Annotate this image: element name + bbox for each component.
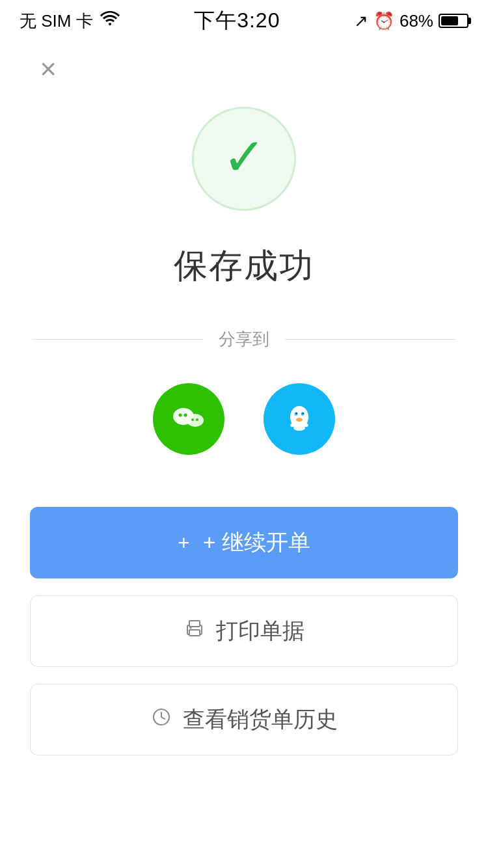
print-label: 打印单据 xyxy=(216,616,305,646)
svg-point-13 xyxy=(296,418,303,422)
buttons-section: + + 继续开单 打印单据 查看销货单历 xyxy=(0,507,488,755)
svg-point-12 xyxy=(303,413,304,414)
svg-point-9 xyxy=(295,413,298,416)
qq-share-button[interactable] xyxy=(264,383,335,455)
success-title: 保存成功 xyxy=(174,243,314,289)
share-label: 分享到 xyxy=(203,328,285,351)
main-content: ✓ 保存成功 分享到 xyxy=(0,42,488,755)
continue-label: + 继续开单 xyxy=(203,528,310,558)
alarm-icon: ⏰ xyxy=(373,11,394,31)
plus-icon: + xyxy=(178,531,190,555)
print-icon xyxy=(183,617,206,645)
status-right: ↗ ⏰ 68% xyxy=(354,11,468,31)
svg-point-16 xyxy=(293,426,305,431)
wechat-share-button[interactable] xyxy=(153,383,224,455)
svg-point-4 xyxy=(191,418,194,421)
svg-point-5 xyxy=(196,418,198,421)
status-bar: 无 SIM 卡 下午3:20 ↗ ⏰ 68% xyxy=(0,0,488,42)
location-icon: ↗ xyxy=(354,11,368,31)
divider-line-right xyxy=(285,339,455,340)
svg-point-11 xyxy=(296,413,297,414)
svg-point-2 xyxy=(179,414,182,417)
no-sim-text: 无 SIM 卡 xyxy=(20,10,93,33)
svg-point-1 xyxy=(187,414,204,427)
history-button[interactable]: 查看销货单历史 xyxy=(30,684,458,755)
history-label: 查看销货单历史 xyxy=(183,705,338,735)
svg-point-10 xyxy=(301,413,305,416)
battery-percent: 68% xyxy=(400,11,433,31)
success-circle: ✓ xyxy=(192,107,296,211)
battery-icon xyxy=(439,14,468,28)
status-left: 无 SIM 卡 xyxy=(20,10,120,33)
history-icon xyxy=(150,706,172,733)
checkmark-icon: ✓ xyxy=(223,131,266,183)
wifi-icon xyxy=(100,11,120,31)
svg-point-20 xyxy=(190,627,192,629)
svg-point-3 xyxy=(184,414,187,417)
svg-rect-19 xyxy=(189,630,200,636)
share-icons xyxy=(153,383,335,455)
close-button[interactable]: × xyxy=(29,49,68,88)
close-icon: × xyxy=(40,55,57,83)
svg-rect-18 xyxy=(189,621,200,627)
status-time: 下午3:20 xyxy=(194,7,280,35)
continue-button[interactable]: + + 继续开单 xyxy=(30,507,458,578)
print-button[interactable]: 打印单据 xyxy=(30,595,458,667)
share-divider: 分享到 xyxy=(0,328,488,351)
divider-line-left xyxy=(33,339,203,340)
